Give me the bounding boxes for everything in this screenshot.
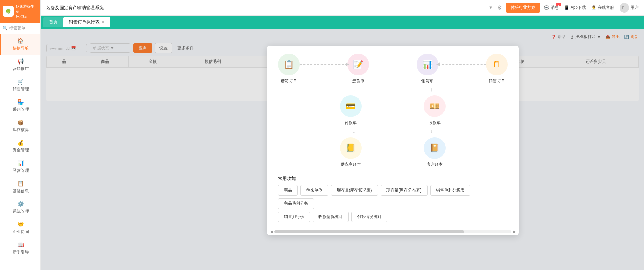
common-functions-title: 常用功能 — [278, 176, 508, 182]
logo-icon: 🍀 — [3, 6, 14, 17]
logo-symbol: 🍀 — [5, 9, 11, 14]
func-btn-sales-ranking[interactable]: 销售排行榜 — [278, 212, 310, 222]
sidebar-item-purchase[interactable]: 🏪 采购管理 — [0, 95, 40, 116]
func-btn-inventory-status[interactable]: 现存量(库存状况表) — [331, 185, 378, 196]
supplier-ledger-icon: 📒 — [340, 137, 362, 159]
message-badge: 5 — [556, 3, 561, 6]
scroll-left-btn[interactable]: ◀ — [270, 229, 273, 234]
flow-row-2: ↓ ↓ — [278, 87, 508, 93]
tab-home[interactable]: 首页 — [43, 17, 63, 27]
flow-node-sales-order[interactable]: 🗒 销售订单 — [486, 54, 508, 84]
purchase-slip-icon: 📝 — [347, 54, 369, 75]
flow-row-1: 📋 进货订单 ▶ 📝 — [278, 54, 508, 84]
sidebar-item-finance[interactable]: 💰 资金管理 — [0, 136, 40, 157]
scrollbar-track[interactable] — [274, 230, 511, 233]
flow-node-payment-slip[interactable]: 💳 付款单 — [340, 95, 362, 126]
sidebar-item-operations[interactable]: 📊 经营管理 — [0, 157, 40, 177]
sidebar-item-inventory[interactable]: 📦 库存核算 — [0, 116, 40, 136]
sidebar-nav: 🏠 快捷导航 📢 营销推广 🛒 销售管理 🏪 采购管理 📦 库存核算 💰 — [0, 34, 40, 270]
main-content: ❓ 帮助 🖨 按模板打印 ▼ 📤 导出 🔄 刷新 — [41, 29, 644, 270]
receipt-slip-icon: 💴 — [424, 95, 446, 117]
basic-info-icon: 📋 — [17, 180, 24, 187]
newbie-icon: 📖 — [17, 241, 24, 248]
sales-order-icon: 🗒 — [486, 54, 508, 75]
flow-node-col1-arrow: ↓ — [353, 87, 355, 93]
topbar-right: 💬 消息 5 📱 App下载 👨‍💼 在线客服 Ea 用户 — [544, 3, 639, 13]
online-service-btn[interactable]: 👨‍💼 在线客服 — [591, 5, 614, 11]
common-functions-section: 常用功能 商品 往来单位 现存量(库存状况表) 现存量(库存分布表) 销售毛利分… — [278, 176, 508, 222]
popup-panel: 📋 进货订单 ▶ 📝 — [267, 46, 519, 235]
logo-text: 畅康通好生意 标准版 — [16, 4, 38, 19]
search-icon: 🔍 — [3, 26, 8, 31]
topbar: 装备及固定资产辅助管理系统 ▼ ⚙ 体验行业方案 💬 消息 5 📱 App下载 … — [41, 0, 644, 16]
enterprise-icon: 🤝 — [17, 221, 24, 228]
func-btn-partner[interactable]: 往来单位 — [300, 185, 328, 196]
tabs-bar: 首页 销售订单执行表 ✕ — [41, 16, 644, 29]
sidebar-item-system[interactable]: ⚙️ 系统管理 — [0, 197, 40, 218]
func-btn-product-margin[interactable]: 商品毛利分析 — [278, 198, 314, 209]
message-btn[interactable]: 💬 消息 5 — [544, 5, 559, 11]
main-area: 装备及固定资产辅助管理系统 ▼ ⚙ 体验行业方案 💬 消息 5 📱 App下载 … — [41, 0, 644, 270]
flow-node-customer-ledger[interactable]: 📔 客户账本 — [424, 137, 446, 167]
flow-diagram: 📋 进货订单 ▶ 📝 — [278, 54, 508, 167]
popup-scrollbar: ◀ ▶ — [267, 228, 519, 235]
trial-btn[interactable]: 体验行业方案 — [506, 3, 540, 13]
quick-nav-icon: 🏠 — [17, 38, 24, 44]
system-title: 装备及固定资产辅助管理系统 — [46, 5, 485, 11]
func-btn-receipt-stats[interactable]: 收款情况统计 — [313, 212, 349, 222]
scrollbar-thumb — [274, 230, 464, 233]
operations-icon: 📊 — [17, 160, 24, 166]
settings-icon[interactable]: ⚙ — [497, 4, 502, 11]
func-btn-payment-stats[interactable]: 付款情况统计 — [351, 212, 387, 222]
user-menu[interactable]: Ea 用户 — [620, 3, 639, 13]
func-buttons-row1: 商品 往来单位 现存量(库存状况表) 现存量(库存分布表) 销售毛利分析表 商品… — [278, 185, 508, 209]
arrow-sales: ◀ — [438, 54, 486, 65]
purchase-icon: 🏪 — [17, 99, 24, 105]
popup-content: 📋 进货订单 ▶ 📝 — [267, 46, 519, 228]
sidebar-search[interactable]: 🔍 搜索菜单 — [0, 23, 40, 34]
arrow-purchase: ▶ — [300, 54, 347, 65]
flow-node-purchase-order[interactable]: 📋 进货订单 — [278, 54, 300, 84]
flow-node-purchase-slip[interactable]: 📝 进货单 — [347, 54, 369, 84]
scroll-right-btn[interactable]: ▶ — [513, 229, 516, 234]
flow-node-sales-slip[interactable]: 📊 销货单 — [417, 54, 438, 84]
flow-row-3: 💳 付款单 💴 收款单 — [278, 95, 508, 126]
sidebar: 🍀 畅康通好生意 标准版 🔍 搜索菜单 🏠 快捷导航 📢 营销推广 🛒 销售管理 — [0, 0, 41, 270]
sidebar-item-enterprise[interactable]: 🤝 企业协同 — [0, 218, 40, 238]
sidebar-item-sales[interactable]: 🛒 销售管理 — [0, 75, 40, 95]
sidebar-item-newbie[interactable]: 📖 新手引导 — [0, 238, 40, 258]
func-btn-sales-analysis[interactable]: 销售毛利分析表 — [430, 185, 470, 196]
dropdown-icon[interactable]: ▼ — [489, 5, 493, 10]
tab-close-btn[interactable]: ✕ — [102, 20, 105, 24]
sales-slip-icon: 📊 — [417, 54, 438, 75]
marketing-icon: 📢 — [17, 58, 24, 65]
message-icon: 💬 — [544, 5, 549, 10]
func-btn-inventory-dist[interactable]: 现存量(库存分布表) — [381, 185, 428, 196]
flow-node-receipt-slip[interactable]: 💴 收款单 — [424, 95, 446, 126]
customer-ledger-icon: 📔 — [424, 137, 446, 159]
tab-sales-order[interactable]: 销售订单执行表 ✕ — [63, 17, 110, 27]
sales-icon: 🛒 — [17, 78, 24, 85]
sidebar-item-quick-nav[interactable]: 🏠 快捷导航 — [0, 34, 40, 55]
purchase-order-icon: 📋 — [278, 54, 300, 75]
flow-node-supplier-ledger[interactable]: 📒 供应商账本 — [340, 137, 362, 167]
sidebar-item-marketing[interactable]: 📢 营销推广 — [0, 55, 40, 75]
payment-slip-icon: 💳 — [340, 95, 362, 117]
service-icon: 👨‍💼 — [591, 5, 596, 10]
download-icon: 📱 — [564, 5, 569, 10]
sidebar-logo: 🍀 畅康通好生意 标准版 — [0, 0, 40, 23]
app-download-btn[interactable]: 📱 App下载 — [564, 5, 586, 11]
system-icon: ⚙️ — [17, 201, 24, 207]
flow-row-4: ↓ ↓ — [278, 128, 508, 134]
func-buttons-row2: 销售排行榜 收款情况统计 付款情况统计 — [278, 212, 508, 222]
inventory-icon: 📦 — [17, 119, 24, 126]
user-avatar: Ea — [620, 3, 629, 13]
flow-row-5: 📒 供应商账本 📔 客户账本 — [278, 137, 508, 167]
func-btn-product[interactable]: 商品 — [278, 185, 298, 196]
sidebar-item-basic-info[interactable]: 📋 基础信息 — [0, 177, 40, 197]
finance-icon: 💰 — [17, 140, 24, 146]
flow-node-col2-arrow: ↓ — [430, 87, 433, 93]
